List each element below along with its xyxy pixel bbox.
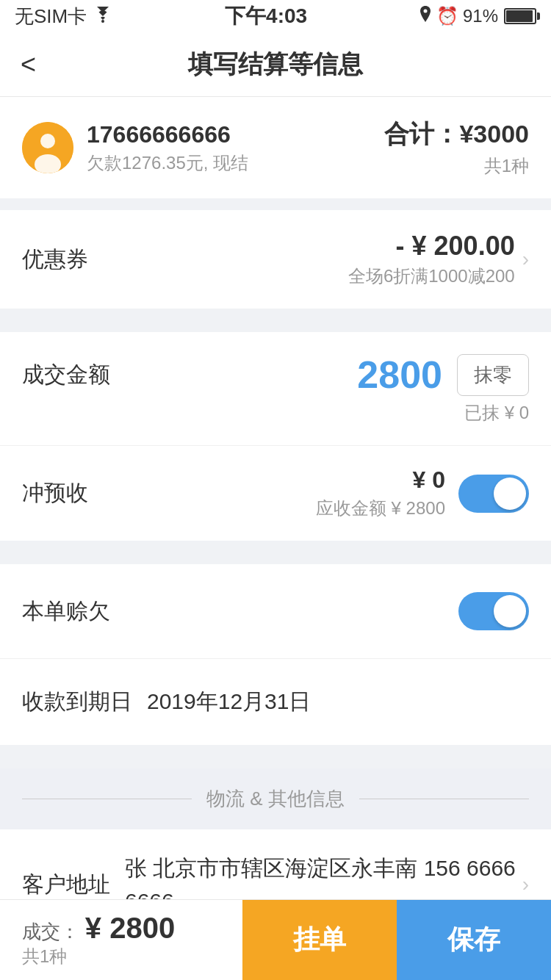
save-button[interactable]: 保存 [397, 900, 551, 981]
customer-right: 合计：¥3000 共1种 [384, 118, 529, 178]
charge-right: ¥ 0 应收金额 ¥ 2800 [316, 466, 529, 520]
customer-row: 17666666666 欠款1276.35元, 现结 合计：¥3000 共1种 [0, 97, 551, 198]
bottom-summary: 成交： ¥ 2800 共1种 [0, 912, 242, 968]
duedate-row: 收款到期日 2019年12月31日 [0, 658, 551, 745]
charge-values: ¥ 0 应收金额 ¥ 2800 [316, 466, 445, 520]
arrears-toggle[interactable] [458, 592, 529, 630]
alarm-icon: ⏰ [436, 6, 458, 26]
total-count: 共1种 [384, 154, 529, 178]
amount-value: 2800 [357, 353, 442, 397]
charge-amount: ¥ 0 [316, 466, 445, 494]
status-left: 无SIM卡 [15, 4, 113, 29]
customer-section: 17666666666 欠款1276.35元, 现结 合计：¥3000 共1种 [0, 97, 551, 198]
bottom-amount: ¥ 2800 [85, 912, 175, 944]
round-button[interactable]: 抹零 [457, 354, 529, 396]
gray-separator-1 [0, 320, 551, 332]
arrears-label: 本单赊欠 [22, 597, 110, 627]
address-chevron-icon: › [522, 873, 529, 896]
gray-separator-3 [0, 757, 551, 768]
amount-sub: 已抹 ¥ 0 [22, 401, 529, 425]
pending-button[interactable]: 挂单 [242, 900, 397, 981]
wifi-icon [93, 5, 113, 28]
bottom-label: 成交： [22, 920, 79, 943]
svg-point-0 [101, 20, 104, 23]
charge-sub: 应收金额 ¥ 2800 [316, 497, 445, 520]
nav-bar: < 填写结算等信息 [0, 32, 551, 97]
customer-phone: 17666666666 [87, 121, 248, 148]
coupon-desc: 全场6折满1000减200 [348, 264, 515, 288]
amount-row-container: 成交金额 2800 抹零 已抹 ¥ 0 [0, 332, 551, 445]
coupon-section: 优惠券 - ¥ 200.00 全场6折满1000减200 › [0, 210, 551, 309]
toggle-knob [494, 478, 526, 510]
coupon-detail: - ¥ 200.00 全场6折满1000减200 [348, 231, 515, 288]
bottom-bar: 成交： ¥ 2800 共1种 挂单 保存 [0, 899, 551, 980]
location-icon [419, 6, 432, 26]
battery-percent: 91% [463, 6, 498, 26]
back-button[interactable]: < [21, 49, 36, 80]
amount-label: 成交金额 [22, 360, 110, 390]
customer-info: 17666666666 欠款1276.35元, 现结 [87, 121, 248, 175]
amount-row: 成交金额 2800 抹零 [22, 353, 529, 397]
status-bar: 无SIM卡 下午4:03 ⏰ 91% [0, 0, 551, 32]
divider-line-right [359, 799, 529, 799]
address-label: 客户地址 [22, 870, 110, 900]
coupon-label: 优惠券 [22, 245, 88, 275]
svg-point-1 [423, 10, 427, 13]
time-label: 下午4:03 [225, 2, 307, 30]
carrier-label: 无SIM卡 [15, 4, 87, 29]
coupon-discount: - ¥ 200.00 [348, 231, 515, 262]
svg-point-3 [40, 134, 55, 148]
battery-icon [504, 8, 536, 24]
duedate-value: 2019年12月31日 [147, 687, 311, 717]
charge-label: 冲预收 [22, 478, 88, 508]
page-title: 填写结算等信息 [188, 48, 363, 82]
coupon-right: - ¥ 200.00 全场6折满1000减200 › [348, 231, 529, 288]
customer-left: 17666666666 欠款1276.35元, 现结 [22, 121, 248, 175]
content-area: 17666666666 欠款1276.35元, 现结 合计：¥3000 共1种 … [0, 97, 551, 980]
amount-right: 2800 抹零 [357, 353, 529, 397]
total-amount: 合计：¥3000 [384, 118, 529, 151]
duedate-label: 收款到期日 [22, 687, 132, 717]
arrears-toggle-knob [494, 595, 526, 627]
coupon-row[interactable]: 优惠券 - ¥ 200.00 全场6折满1000减200 › [0, 210, 551, 309]
divider-line-left [22, 799, 192, 799]
customer-sub: 欠款1276.35元, 现结 [87, 151, 248, 175]
status-right: ⏰ 91% [419, 6, 536, 26]
logistics-divider: 物流 & 其他信息 [0, 768, 551, 829]
charge-row: 冲预收 ¥ 0 应收金额 ¥ 2800 [0, 445, 551, 541]
bottom-count: 共1种 [22, 945, 220, 968]
amount-section: 成交金额 2800 抹零 已抹 ¥ 0 冲预收 ¥ 0 应收金额 ¥ 2800 [0, 332, 551, 541]
chevron-right-icon: › [522, 248, 529, 271]
charge-toggle[interactable] [458, 475, 529, 513]
arrears-section: 本单赊欠 收款到期日 2019年12月31日 [0, 564, 551, 745]
logistics-label: 物流 & 其他信息 [206, 786, 345, 812]
arrears-row: 本单赊欠 [0, 564, 551, 658]
avatar [22, 122, 73, 173]
gray-separator-2 [0, 552, 551, 564]
